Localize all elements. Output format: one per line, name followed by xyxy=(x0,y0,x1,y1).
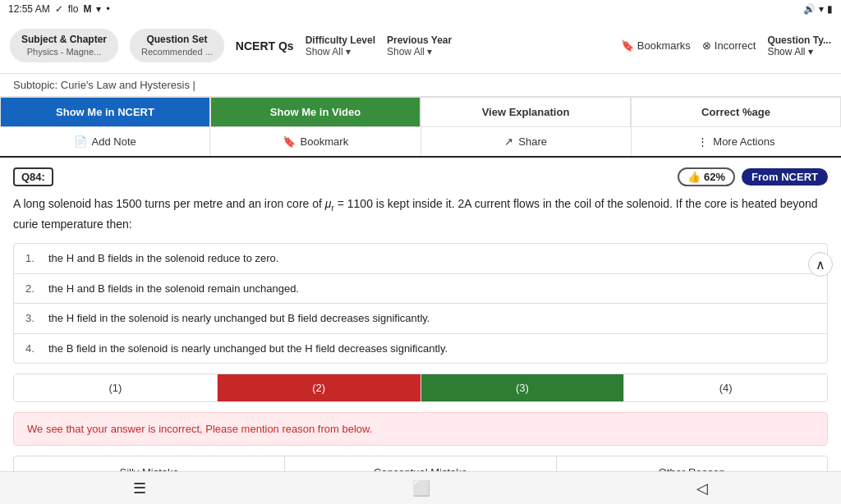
show-me-ncert-label: Show Me in NCERT xyxy=(56,106,154,118)
add-note-label: Add Note xyxy=(92,135,136,148)
question-text: A long solenoid has 1500 turns per metre… xyxy=(13,195,828,233)
scroll-up-button[interactable]: ∧ xyxy=(808,252,833,277)
bookmarks-label: Bookmarks xyxy=(637,39,691,52)
option-3[interactable]: 3. the H field in the solenoid is nearly… xyxy=(14,304,827,334)
status-right: 🔊 ▾ ▮ xyxy=(803,3,833,15)
answer-choice-1[interactable]: (1) xyxy=(14,374,218,401)
question-set-pill[interactable]: Question Set Recommended ... xyxy=(130,29,224,63)
question-header: Q84: 👍 62% From NCERT xyxy=(13,167,828,186)
show-me-video-label: Show Me in Video xyxy=(270,106,361,118)
question-area: Q84: 👍 62% From NCERT A long solenoid ha… xyxy=(0,158,841,499)
answer-choice-2[interactable]: (2) xyxy=(218,374,421,401)
bookmarks-button[interactable]: 🔖 Bookmarks xyxy=(621,39,691,52)
option-4-num: 4. xyxy=(25,341,40,357)
incorrect-notice: We see that your answer is incorrect, Pl… xyxy=(13,412,828,446)
bottom-nav: ☰ ⬜ ◁ xyxy=(0,471,841,504)
question-type-show-all[interactable]: Show All ▾ xyxy=(767,46,831,57)
action-tabs: Show Me in NCERT Show Me in Video View E… xyxy=(0,97,841,127)
share-button[interactable]: ↗ Share xyxy=(421,127,632,156)
chevron-up-icon: ∧ xyxy=(816,257,825,273)
correct-percentage-tab[interactable]: Correct %age xyxy=(631,97,841,127)
question-set-value: Recommended ... xyxy=(141,46,213,57)
option-1-num: 1. xyxy=(25,250,40,267)
check-icon: ✓ xyxy=(55,3,63,15)
incorrect-notice-text: We see that your answer is incorrect, Pl… xyxy=(27,423,372,435)
signal-icon: ▾ xyxy=(96,3,101,15)
question-type-label: Question Ty... xyxy=(767,34,831,46)
view-explanation-tab[interactable]: View Explanation xyxy=(420,97,631,127)
battery-icon: ▮ xyxy=(827,3,833,15)
status-bar: 12:55 AM ✓ flo M ▾ • 🔊 ▾ ▮ xyxy=(0,0,841,18)
answer-choice-3-label: (3) xyxy=(516,382,529,394)
bookmark-sec-icon: 🔖 xyxy=(283,135,296,148)
share-label: Share xyxy=(518,135,547,148)
answer-choice-2-label: (2) xyxy=(312,382,325,394)
more-actions-icon: ⋮ xyxy=(697,135,708,148)
filter-bar: Subject & Chapter Physics - Magne... Que… xyxy=(0,18,841,74)
incorrect-button[interactable]: ⊗ Incorrect xyxy=(702,39,756,52)
brand-icon: M xyxy=(83,3,91,15)
previous-year-show-all[interactable]: Show All ▾ xyxy=(387,46,432,57)
home-icon[interactable]: ⬜ xyxy=(412,479,430,497)
question-type-filter[interactable]: Question Ty... Show All ▾ xyxy=(767,34,831,57)
difficulty-label: Difficulty Level xyxy=(306,34,375,46)
ncert-qs-label[interactable]: NCERT Qs xyxy=(236,39,294,53)
status-left: 12:55 AM ✓ flo M ▾ • xyxy=(8,3,110,15)
question-number: Q84: xyxy=(13,167,53,186)
answer-choice-4[interactable]: (4) xyxy=(624,374,827,401)
volume-icon: 🔊 xyxy=(803,3,816,15)
answer-choice-1-label: (1) xyxy=(108,382,122,394)
difficulty-filter[interactable]: Difficulty Level Show All ▾ xyxy=(306,34,375,57)
correct-percentage-label: Correct %age xyxy=(701,106,770,118)
answer-choice-4-label: (4) xyxy=(719,382,733,394)
time: 12:55 AM xyxy=(8,3,50,15)
option-2-num: 2. xyxy=(25,281,40,297)
subject-chapter-label: Subject & Chapter xyxy=(21,34,107,47)
percent-badge: 👍 62% xyxy=(678,167,735,186)
add-note-button[interactable]: 📄 Add Note xyxy=(0,127,210,156)
question-badges: 👍 62% From NCERT xyxy=(678,167,828,186)
show-me-ncert-tab[interactable]: Show Me in NCERT xyxy=(0,97,210,127)
back-icon[interactable]: ◁ xyxy=(696,479,708,497)
subtopic-text: Subtopic: Curie's Law and Hysteresis | xyxy=(13,79,195,91)
option-2-text: the H and B fields in the solenoid remai… xyxy=(48,281,299,297)
previous-year-label: Previous Year xyxy=(387,34,452,46)
share-icon: ↗ xyxy=(504,135,513,148)
option-4-text: the B field in the solenoid is nearly un… xyxy=(48,341,448,357)
options-list: 1. the H and B fields in the solenoid re… xyxy=(13,243,828,364)
secondary-actions: 📄 Add Note 🔖 Bookmark ↗ Share ⋮ More Act… xyxy=(0,127,841,158)
question-set-label: Question Set xyxy=(141,34,213,47)
more-actions-label: More Actions xyxy=(713,135,774,148)
previous-year-filter[interactable]: Previous Year Show All ▾ xyxy=(387,34,452,57)
menu-icon[interactable]: ☰ xyxy=(133,479,146,497)
subtopic-bar: Subtopic: Curie's Law and Hysteresis | xyxy=(0,74,841,97)
bookmark-button[interactable]: 🔖 Bookmark xyxy=(210,127,420,156)
subject-chapter-pill[interactable]: Subject & Chapter Physics - Magne... xyxy=(10,29,118,63)
option-3-text: the H field in the solenoid is nearly un… xyxy=(48,310,430,327)
bullet-icon: • xyxy=(106,3,109,15)
answer-bar: (1) (2) (3) (4) xyxy=(13,373,828,402)
incorrect-label: Incorrect xyxy=(715,39,756,52)
difficulty-show-all[interactable]: Show All ▾ xyxy=(306,46,351,57)
option-1-text: the H and B fields in the solenoid reduc… xyxy=(48,250,278,267)
subject-chapter-value: Physics - Magne... xyxy=(21,46,107,57)
show-me-video-tab[interactable]: Show Me in Video xyxy=(210,97,420,127)
incorrect-circle-icon: ⊗ xyxy=(702,39,711,52)
view-explanation-label: View Explanation xyxy=(482,106,570,118)
option-3-num: 3. xyxy=(25,310,40,327)
more-actions-button[interactable]: ⋮ More Actions xyxy=(632,127,841,156)
option-4[interactable]: 4. the B field in the solenoid is nearly… xyxy=(14,334,827,364)
option-2[interactable]: 2. the H and B fields in the solenoid re… xyxy=(14,274,827,305)
add-note-icon: 📄 xyxy=(74,135,87,148)
app-name: flo xyxy=(68,3,79,15)
answer-choice-3[interactable]: (3) xyxy=(421,374,625,401)
option-1[interactable]: 1. the H and B fields in the solenoid re… xyxy=(14,244,827,274)
ncert-badge: From NCERT xyxy=(742,168,828,186)
wifi-icon: ▾ xyxy=(819,3,824,15)
bookmark-icon: 🔖 xyxy=(621,39,634,52)
bookmark-label: Bookmark xyxy=(301,135,349,148)
